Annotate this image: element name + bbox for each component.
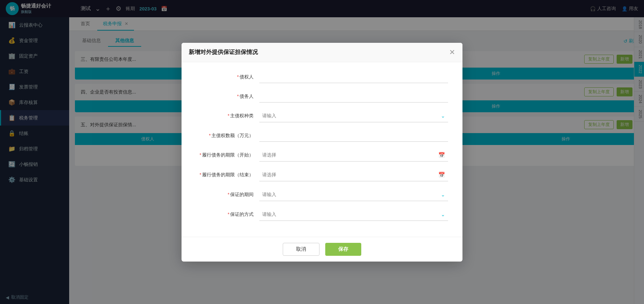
modal-header: 新增对外提供保证担保情况 ✕ [182,43,462,62]
input-period-end[interactable] [259,169,438,181]
label-creditor: *债权人 [196,74,254,80]
select-guarantee-method[interactable] [259,208,448,221]
select-wrap-claim-type: ⌄ [259,110,448,122]
select-wrap-guarantee-method: ⌄ [259,208,448,221]
select-guarantee-period[interactable] [259,189,448,201]
label-period-end: *履行债务的期限（结束） [196,172,254,178]
modal-body: *债权人 *债务人 *主债权种类 ⌄ [182,62,462,237]
label-claim-type: *主债权种类 [196,113,254,119]
form-row-period-end: *履行债务的期限（结束） 📅 [196,169,448,181]
select-claim-type[interactable] [259,110,448,122]
modal-close-btn[interactable]: ✕ [449,49,455,56]
modal-footer: 取消 保存 [182,237,462,262]
select-wrap-guarantee-period: ⌄ [259,189,448,201]
form-row-guarantee-period: *保证的期间 ⌄ [196,189,448,201]
input-claim-amount[interactable] [259,130,448,142]
calendar-icon-period-start[interactable]: 📅 [438,152,448,158]
date-wrap-period-start: 📅 [259,149,448,162]
modal-dialog: 新增对外提供保证担保情况 ✕ *债权人 *债务人 *主债权种类 [182,43,462,262]
calendar-icon-period-end[interactable]: 📅 [438,172,448,178]
label-guarantee-method: *保证的方式 [196,211,254,218]
input-creditor[interactable] [259,71,448,83]
input-period-start[interactable] [259,149,438,161]
form-row-debtor: *债务人 [196,90,448,103]
form-row-period-start: *履行债务的期限（开始） 📅 [196,149,448,162]
label-period-start: *履行债务的期限（开始） [196,152,254,158]
label-claim-amount: *主债权数额（万元） [196,132,254,139]
label-debtor: *债务人 [196,93,254,100]
form-row-guarantee-method: *保证的方式 ⌄ [196,208,448,221]
cancel-button[interactable]: 取消 [283,243,319,256]
form-row-claim-amount: *主债权数额（万元） [196,130,448,142]
form-row-creditor: *债权人 [196,71,448,83]
modal-title: 新增对外提供保证担保情况 [189,49,258,56]
save-button[interactable]: 保存 [325,243,361,256]
modal-overlay: 新增对外提供保证担保情况 ✕ *债权人 *债务人 *主债权种类 [0,0,644,304]
input-debtor[interactable] [259,90,448,103]
label-guarantee-period: *保证的期间 [196,191,254,198]
date-wrap-period-end: 📅 [259,169,448,181]
form-row-claim-type: *主债权种类 ⌄ [196,110,448,122]
